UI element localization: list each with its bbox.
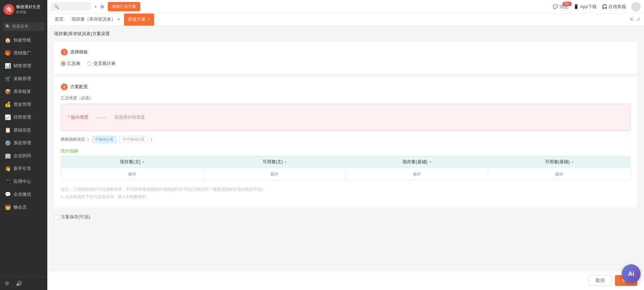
col-summary-1-value: 合计: [270, 171, 278, 177]
dimension-divider: ——: [97, 115, 106, 120]
sidebar-item-marketing[interactable]: 🎁 营销推广: [0, 47, 47, 59]
tips-label: 提示：: [61, 187, 73, 192]
col-summary-2-value: 合计: [413, 171, 421, 177]
dimension-required: * 纵向维度: [68, 114, 89, 120]
sidebar-item-enterprise[interactable]: 🏢 企业协同: [0, 149, 47, 162]
cancel-button[interactable]: 取消: [589, 275, 612, 286]
operation-icon: 📈: [5, 114, 11, 120]
indicator-label-end: ）: [150, 137, 154, 142]
col-header-2[interactable]: 现存量(基辅) ▾: [346, 156, 488, 168]
sidebar-item-finance[interactable]: 💰 资金管理: [0, 98, 47, 111]
step2-badge: 2: [61, 83, 68, 90]
sidebar-search[interactable]: 🔍 搜索菜单: [3, 22, 45, 31]
stats-table: 现存量(主) ▾ 可用量(主) ▾ 现存量(基辅) ▾ 可用量(基辅): [61, 156, 630, 181]
tab-home[interactable]: 首页: [51, 14, 68, 26]
tips-section: 提示： 1.拖动标题栏可以调整布局，不可跨维度或指标区域拖动栏目字段(只能在同一…: [61, 186, 630, 200]
sidebar-item-label: 库存核算: [14, 89, 31, 95]
topbar-search-text: [61, 4, 77, 9]
search-label: 搜索菜单: [12, 24, 28, 29]
sidebar-item-inventory[interactable]: 📦 库存核算: [0, 85, 47, 98]
draggable-toggle: 可拖动位置: [92, 136, 117, 143]
step1-section: 1 选择模板 汇总表 交叉统计表: [54, 42, 637, 73]
ai-fab-button[interactable]: Ai: [622, 264, 641, 283]
sidebar-item-operation[interactable]: 📈 经营管理: [0, 111, 47, 124]
member-icon: 👑: [5, 204, 11, 210]
system-icon: ⚙️: [5, 140, 11, 146]
step1-header: 1 选择模板: [61, 49, 630, 55]
tab-new-plan[interactable]: 新建方案 ×: [124, 14, 154, 26]
col-header-3[interactable]: 可用量(基辅) ▾: [488, 156, 630, 168]
money-icon: 💰: [5, 101, 11, 107]
col-summary-3-value: 合计: [555, 171, 563, 177]
message-button[interactable]: 💬 消息 99+: [553, 4, 568, 10]
radio-summary[interactable]: 汇总表: [61, 61, 80, 67]
sidebar-item-basic[interactable]: 📋 基础信息: [0, 124, 47, 137]
expand-icon[interactable]: ⤢: [636, 16, 641, 23]
tab-new-plan-close-icon[interactable]: ×: [148, 17, 150, 22]
logo-subtitle: 标准版: [16, 10, 41, 15]
sidebar-item-purchase[interactable]: 🛒 采购管理: [0, 72, 47, 85]
sidebar-item-wechat[interactable]: 💬 企业微信: [0, 188, 47, 201]
wechat-icon: 💬: [5, 191, 11, 197]
topbar: 🔍 ▾ ⚙ 体验行业方案 💬 消息 99+ 📱 App下载 🎧 在线客服: [47, 0, 644, 14]
col-0-chevron-icon[interactable]: ▾: [143, 160, 144, 164]
indicator-settings-label: 模板指标设定（ 可拖动位置 不可拖动位置 ）: [61, 136, 630, 143]
app-icon: 📱: [5, 178, 11, 185]
sidebar-item-label: 快捷导航: [14, 37, 31, 43]
col-2-chevron-icon[interactable]: ▾: [429, 160, 431, 164]
message-badge: 99+: [563, 2, 572, 6]
sidebar: 兔 畅捷通好生意 标准版 🔍 搜索菜单 🏠 快捷导航 🎁 营销推广 📊 销售管理…: [0, 0, 47, 290]
sidebar-item-member[interactable]: 👑 畅会员: [0, 201, 47, 214]
indicator-settings: 模板指标设定（ 可拖动位置 不可拖动位置 ）: [61, 136, 630, 143]
tab-inventory-status[interactable]: 现存量（库存状况表） ×: [68, 14, 124, 26]
col-header-1[interactable]: 可用量(主) ▾: [203, 156, 346, 168]
avatar[interactable]: [631, 2, 641, 11]
message-icon: 💬: [553, 4, 558, 9]
topbar-right: 💬 消息 99+ 📱 App下载 🎧 在线客服: [553, 2, 641, 11]
gear-icon[interactable]: ⚙: [100, 4, 104, 9]
step1-title: 选择模板: [70, 49, 88, 55]
sound-icon[interactable]: 🔊: [16, 281, 22, 287]
not-draggable-toggle: 不可拖动位置: [119, 136, 148, 143]
col-header-0[interactable]: 现存量(主) ▾: [61, 156, 203, 168]
col-summary-0: 合计: [61, 168, 203, 180]
tab-new-plan-label: 新建方案: [128, 16, 146, 22]
sidebar-item-quick-nav[interactable]: 🏠 快捷导航: [0, 34, 47, 47]
app-download-label: App下载: [580, 4, 597, 10]
save-plan-checkbox[interactable]: [54, 215, 59, 219]
sidebar-item-label: 畅会员: [14, 204, 27, 210]
step2-section: 2 方案配置 汇总维度（必选） * 纵向维度 —— 请选择分组维度 模板指标设定…: [54, 77, 637, 207]
sidebar-item-system[interactable]: ⚙️ 系统管理: [0, 137, 47, 149]
col-1-chevron-icon[interactable]: ▾: [285, 160, 287, 164]
collapse-icon[interactable]: ✕: [629, 16, 634, 23]
dimension-box[interactable]: * 纵向维度 —— 请选择分组维度: [61, 104, 630, 131]
sidebar-item-newuser[interactable]: 👋 新手引导: [0, 162, 47, 175]
customer-service-button[interactable]: 🎧 在线客服: [602, 4, 626, 10]
radio-cross[interactable]: 交叉统计表: [87, 61, 116, 67]
basic-icon: 📋: [5, 127, 11, 133]
dimension-placeholder: 请选择分组维度: [114, 114, 145, 120]
save-plan-row[interactable]: 方案保存(可选): [54, 211, 637, 223]
sidebar-logo: 兔 畅捷通好生意 标准版: [0, 0, 47, 19]
stats-table-header: 现存量(主) ▾ 可用量(主) ▾ 现存量(基辅) ▾ 可用量(基辅): [61, 156, 630, 168]
trial-button[interactable]: 体验行业方案: [108, 2, 140, 11]
sidebar-item-label: 系统管理: [14, 140, 31, 146]
sidebar-item-sales[interactable]: 📊 销售管理: [0, 59, 47, 72]
sidebar-bottom: ⚙ 🔊: [0, 277, 47, 290]
chevron-down-icon[interactable]: ▾: [95, 4, 97, 9]
radio-cross-circle: [87, 61, 92, 66]
headset-icon: 🎧: [602, 4, 607, 9]
cart-icon: 🛒: [5, 76, 11, 82]
col-3-chevron-icon[interactable]: ▾: [572, 160, 573, 164]
topbar-search[interactable]: 🔍: [51, 2, 91, 11]
settings-icon[interactable]: ⚙: [5, 281, 9, 287]
col-header-3-label: 可用量(基辅): [545, 159, 570, 165]
newuser-icon: 👋: [5, 166, 11, 172]
sidebar-item-label: 企业协同: [14, 153, 31, 159]
sidebar-item-label: 采购管理: [14, 76, 31, 82]
sidebar-item-appcenter[interactable]: 📱 应用中心: [0, 175, 47, 188]
app-download-button[interactable]: 📱 App下载: [573, 4, 597, 10]
sidebar-item-label: 销售管理: [14, 63, 31, 69]
tabs-bar: 首页 现存量（库存状况表） × 新建方案 × ✕ ⤢: [47, 14, 644, 26]
tab-inventory-close-icon[interactable]: ×: [118, 17, 120, 22]
